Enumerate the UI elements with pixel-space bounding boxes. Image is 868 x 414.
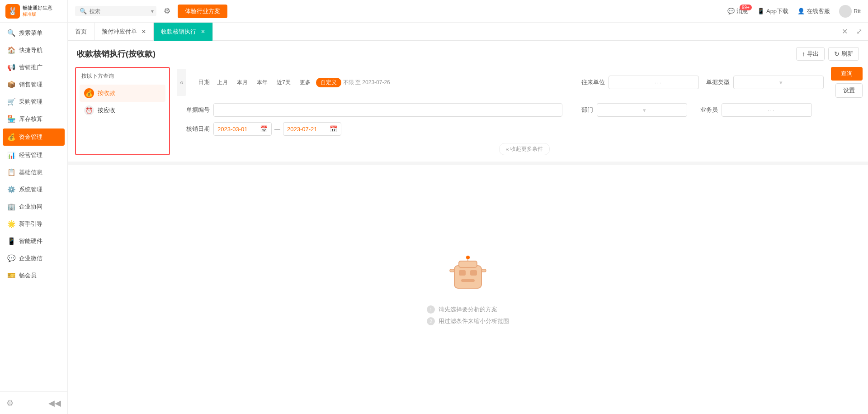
filter-by-receivable[interactable]: ⏰ 按应收: [80, 102, 165, 119]
filter-by-receipt[interactable]: 💰 按收款: [80, 85, 165, 102]
svg-rect-0: [454, 266, 481, 288]
staff-dots-icon[interactable]: ···: [768, 107, 808, 114]
bill-no-field: 单据编号: [186, 103, 562, 117]
verify-date-label: 核销日期: [186, 125, 210, 133]
tab-receipt-offset[interactable]: 收款核销执行 ✕: [154, 23, 213, 41]
page-header: 收款核销执行(按收款) ↑ 导出 ↻ 刷新: [68, 41, 868, 67]
expand-tab-icon[interactable]: ⤢: [852, 24, 866, 39]
filter-by-receivable-label: 按应收: [98, 106, 115, 114]
filter-area: 按以下方查询 💰 按收款 ⏰ 按应收 « 日期 上月: [68, 67, 868, 162]
setting-button[interactable]: 设置: [835, 83, 863, 98]
search-icon: 🔍: [7, 29, 15, 37]
bill-no-input[interactable]: [213, 103, 562, 117]
form-actions: 查询 设置: [831, 67, 863, 98]
sidebar-item-finance[interactable]: 💰资金管理: [3, 128, 65, 146]
sidebar-item-inventory[interactable]: 🏪库存核算: [0, 110, 67, 128]
sidebar-item-guide[interactable]: 🌟新手引导: [0, 215, 67, 233]
query-button[interactable]: 查询: [831, 67, 863, 81]
dept-select[interactable]: ▾: [597, 103, 687, 117]
main-content: 🔍 ▾ ⚙ 体验行业方案 💬 消息 99+ 📱 App下载 👤 在线客服 Rit: [68, 0, 868, 414]
dept-field: 部门 ▾: [570, 103, 687, 117]
user-profile[interactable]: Rit: [839, 5, 861, 18]
search-input[interactable]: [90, 8, 148, 14]
svg-rect-5: [481, 269, 486, 272]
sidebar-item-wechat[interactable]: 💬企业微信: [0, 250, 67, 267]
refresh-icon: ↻: [834, 50, 840, 57]
verify-date-range: 📅 — 📅: [213, 122, 341, 136]
refresh-button[interactable]: ↻ 刷新: [828, 47, 859, 61]
system-icon: ⚙️: [7, 186, 15, 194]
empty-tips: 1 请先选择要分析的方案 2 用过滤条件来缩小分析范围: [427, 304, 509, 327]
settings-icon[interactable]: ⚙: [6, 398, 14, 408]
tip-text-1: 请先选择要分析的方案: [439, 304, 497, 315]
app-download-button[interactable]: 📱 App下载: [757, 7, 788, 15]
date-label: 日期: [186, 78, 210, 86]
sidebar-item-marketing[interactable]: 📢营销推广: [0, 59, 67, 76]
close-tab-icon[interactable]: ✕: [837, 24, 852, 39]
collapse-more-button[interactable]: « 收起更多条件: [499, 143, 550, 155]
staff-select[interactable]: ···: [722, 103, 812, 117]
receipt-icon: 💰: [84, 88, 94, 98]
date-custom[interactable]: 自定义: [316, 78, 341, 87]
message-badge: 99+: [740, 5, 752, 10]
hardware-icon: 📱: [7, 237, 15, 245]
date-more[interactable]: 更多: [296, 78, 314, 87]
wechat-icon: 💬: [7, 254, 15, 262]
bill-type-label: 单据类型: [706, 78, 730, 86]
sidebar-item-basic[interactable]: 📋基础信息: [0, 164, 67, 181]
sidebar-item-operation[interactable]: 📊经营管理: [0, 147, 67, 164]
solution-button[interactable]: 体验行业方案: [178, 5, 227, 18]
date-7days[interactable]: 近7天: [273, 78, 294, 87]
sidebar-item-system[interactable]: ⚙️系统管理: [0, 181, 67, 198]
sidebar-label-inventory: 库存核算: [19, 115, 42, 123]
page-title: 收款核销执行(按收款): [77, 48, 156, 59]
partner-dots-icon[interactable]: ···: [655, 79, 695, 86]
search-bar[interactable]: 🔍 ▾: [75, 6, 156, 16]
online-service-button[interactable]: 👤 在线客服: [797, 7, 830, 15]
date-last-month[interactable]: 上月: [213, 78, 231, 87]
sidebar-label-operation: 经营管理: [19, 151, 42, 159]
collapse-sidebar-icon[interactable]: ◀◀: [48, 398, 61, 408]
sidebar-item-purchase[interactable]: 🛒采购管理: [0, 93, 67, 110]
dept-chevron-icon: ▾: [643, 107, 683, 114]
date-this-year[interactable]: 本年: [253, 78, 271, 87]
verify-date-end-input[interactable]: [287, 126, 328, 133]
tab-prepay-close-icon[interactable]: ✕: [142, 29, 146, 35]
empty-tip-2: 2 用过滤条件来缩小分析范围: [427, 315, 509, 327]
verify-date-start-calendar-icon[interactable]: 📅: [260, 125, 268, 133]
sidebar-item-quicknav[interactable]: 🏠快捷导航: [0, 42, 67, 59]
svg-rect-3: [461, 279, 475, 282]
tip-text-2: 用过滤条件来缩小分析范围: [439, 315, 509, 327]
page-actions: ↑ 导出 ↻ 刷新: [796, 47, 859, 61]
tab-home[interactable]: 首页: [68, 23, 94, 41]
date-this-month[interactable]: 本月: [233, 78, 251, 87]
sidebar-item-member[interactable]: 🎫畅会员: [0, 267, 67, 284]
sidebar-label-guide: 新手引导: [19, 220, 42, 228]
sidebar-item-hardware[interactable]: 📱智能硬件: [0, 233, 67, 250]
empty-illustration: [445, 252, 491, 297]
sidebar-label-enterprise: 企业协同: [19, 203, 42, 211]
bill-type-select[interactable]: ▾: [733, 76, 824, 89]
tab-receipt-offset-close-icon[interactable]: ✕: [201, 29, 205, 35]
gear-icon[interactable]: ⚙: [164, 6, 170, 16]
sidebar-label-finance: 资金管理: [19, 133, 42, 141]
verify-date-field: 核销日期 📅 — 📅: [186, 122, 863, 136]
message-button[interactable]: 💬 消息 99+: [727, 7, 748, 15]
sidebar-item-search[interactable]: 🔍搜索菜单: [0, 24, 67, 42]
partner-select[interactable]: ···: [609, 76, 699, 89]
user-name: Rit: [854, 8, 861, 14]
enterprise-icon: 🏢: [7, 203, 15, 211]
verify-date-end-wrap: 📅: [283, 122, 341, 136]
sidebar-label-purchase: 采购管理: [19, 98, 42, 106]
verify-date-start-input[interactable]: [217, 126, 258, 133]
verify-date-end-calendar-icon[interactable]: 📅: [330, 125, 337, 133]
filter-collapse-button[interactable]: «: [177, 69, 186, 96]
sidebar-item-sales[interactable]: 📦销售管理: [0, 76, 67, 93]
marketing-icon: 📢: [7, 63, 15, 71]
export-button[interactable]: ↑ 导出: [796, 47, 825, 61]
tip-num-1: 1: [427, 305, 435, 314]
sidebar-item-enterprise[interactable]: 🏢企业协同: [0, 198, 67, 215]
tab-prepay[interactable]: 预付冲应付单 ✕: [94, 23, 154, 41]
collapse-icon: «: [506, 146, 509, 152]
logo-icon: 🐰: [5, 4, 20, 19]
